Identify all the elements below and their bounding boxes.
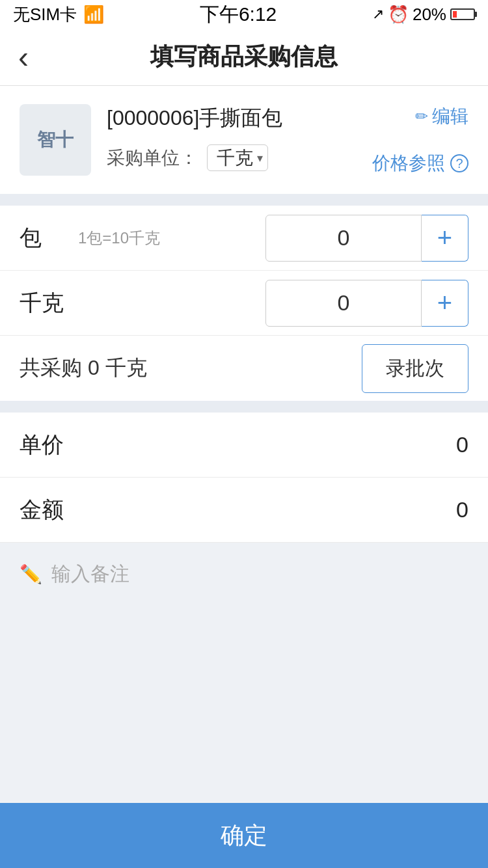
product-card: 智十 [0000006]手撕面包 采购单位： 千克 包 个 ✏ 编辑 价格参照 … <box>0 86 488 194</box>
bag-sublabel: 1包=10千克 <box>78 228 160 249</box>
nav-bar: ‹ 填写商品采购信息 <box>0 29 488 86</box>
carrier-text: 无SIM卡 <box>13 3 77 26</box>
battery-percent: 20% <box>413 5 446 25</box>
edit-icon: ✏ <box>415 107 428 126</box>
amount-label: 金额 <box>20 495 64 525</box>
unit-select[interactable]: 千克 包 个 <box>207 144 268 171</box>
confirm-button[interactable]: 确定 <box>0 803 488 868</box>
kg-input-row: 千克 + <box>0 271 488 336</box>
alarm-icon: ⏰ <box>388 5 409 25</box>
price-ref-label: 价格参照 <box>372 151 445 176</box>
amount-row: 金额 0 <box>0 478 488 543</box>
bag-controls: + <box>265 215 468 262</box>
edit-button[interactable]: ✏ 编辑 <box>415 104 468 129</box>
price-section: 单价 0 金额 0 <box>0 413 488 543</box>
summary-text: 共采购 0 千克 <box>20 354 147 383</box>
back-button[interactable]: ‹ <box>18 39 29 75</box>
page-title: 填写商品采购信息 <box>150 41 338 73</box>
bag-label: 包 <box>20 223 72 253</box>
price-reference-button[interactable]: 价格参照 ? <box>372 151 468 176</box>
kg-plus-button[interactable]: + <box>422 280 468 327</box>
wifi-icon: 📶 <box>83 5 104 25</box>
product-thumb-text: 智十 <box>37 128 74 152</box>
status-bar: 无SIM卡 📶 下午6:12 ↗ ⏰ 20% <box>0 0 488 29</box>
unit-price-value: 0 <box>456 432 468 457</box>
product-name: [0000006]手撕面包 <box>107 104 468 133</box>
bag-input-row: 包 1包=10千克 + <box>0 206 488 271</box>
kg-controls: + <box>265 280 468 327</box>
kg-label: 千克 <box>20 288 72 318</box>
bag-quantity-input[interactable] <box>265 215 422 262</box>
unit-price-row: 单价 0 <box>0 413 488 478</box>
location-icon: ↗ <box>372 6 384 23</box>
unit-label: 采购单位： <box>107 146 198 170</box>
edit-label: 编辑 <box>432 104 468 129</box>
divider-1 <box>0 194 488 206</box>
record-batch-button[interactable]: 录批次 <box>362 344 468 393</box>
status-time: 下午6:12 <box>200 1 277 28</box>
divider-2 <box>0 401 488 413</box>
back-icon: ‹ <box>18 40 29 74</box>
confirm-label: 确定 <box>221 820 267 852</box>
remark-section[interactable]: ✏️ 输入备注 <box>0 543 488 606</box>
content-area <box>0 606 488 801</box>
summary-row: 共采购 0 千克 录批次 <box>0 336 488 401</box>
remark-icon: ✏️ <box>20 563 42 585</box>
remark-placeholder: 输入备注 <box>51 561 129 588</box>
bag-plus-button[interactable]: + <box>422 215 468 262</box>
product-thumbnail: 智十 <box>20 104 91 176</box>
amount-value: 0 <box>456 497 468 522</box>
battery-icon <box>450 8 475 20</box>
help-icon: ? <box>450 154 468 172</box>
unit-price-label: 单价 <box>20 430 64 460</box>
input-section: 包 1包=10千克 + 千克 + <box>0 206 488 336</box>
unit-select-wrapper[interactable]: 千克 包 个 <box>207 144 268 171</box>
status-right: ↗ ⏰ 20% <box>372 5 475 25</box>
status-left: 无SIM卡 📶 <box>13 3 104 26</box>
kg-quantity-input[interactable] <box>265 280 422 327</box>
